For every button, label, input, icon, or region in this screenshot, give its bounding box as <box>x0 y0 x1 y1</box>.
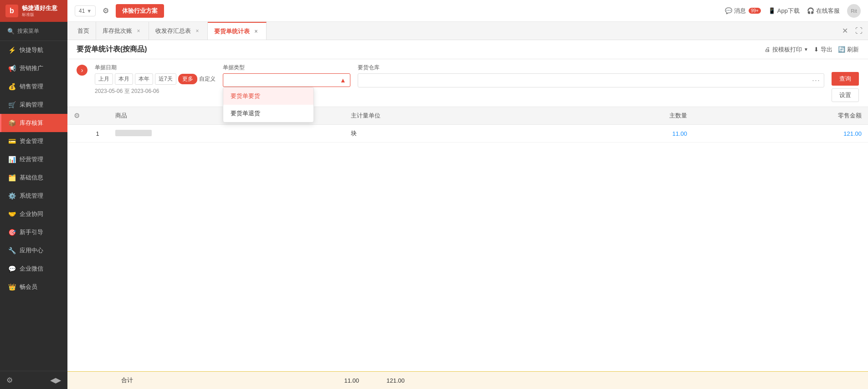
tab-label: 库存批次账 <box>103 27 132 35</box>
online-service-btn[interactable]: 🎧 在线客服 <box>807 7 840 15</box>
filter-toggle-btn[interactable]: › <box>77 65 87 76</box>
wechat-icon: 💬 <box>8 265 16 273</box>
message-btn[interactable]: 💬 消息 99+ <box>725 7 761 15</box>
operation-icon: 📊 <box>8 155 16 164</box>
filter-warehouse-dropdown[interactable]: ··· <box>358 73 824 87</box>
sidebar: b 畅捷通好生意 标准版 🔍 搜索菜单 ⚡ 快捷导航 📢 营销推广 💰 销售管理… <box>0 0 67 389</box>
tab-close-icon[interactable]: × <box>194 27 201 35</box>
query-btn[interactable]: 查询 <box>832 72 859 86</box>
col-unit-header: 主计量单位 <box>344 107 547 125</box>
search-menu-btn[interactable]: 🔍 搜索菜单 <box>5 26 63 37</box>
filter-warehouse-field: 要货仓库 ··· <box>358 64 824 87</box>
tab-close-icon[interactable]: × <box>252 28 260 35</box>
table-footer: 合计 11.00 121.00 <box>67 371 868 389</box>
sidebar-item-label: 经营管理 <box>20 155 43 164</box>
footer-label-cell: 合计 <box>115 376 265 384</box>
print-btn[interactable]: 🖨 按模板打印 ▼ <box>765 46 808 54</box>
date-custom-btn[interactable]: 自定义 <box>199 75 216 83</box>
filter-type-dropdown[interactable]: ▲ <box>223 73 350 87</box>
date-7days-btn[interactable]: 近7天 <box>155 73 176 85</box>
collapse-icon[interactable]: ◀▶ <box>50 376 61 384</box>
sidebar-item-label: 基础信息 <box>20 174 43 182</box>
sidebar-item-label: 资金管理 <box>20 137 43 145</box>
sidebar-item-member[interactable]: 👑 畅会员 <box>0 278 67 296</box>
sales-icon: 💰 <box>8 82 16 91</box>
sidebar-search[interactable]: 🔍 搜索菜单 <box>0 22 67 41</box>
tab-close-icon[interactable]: × <box>135 27 142 35</box>
guide-icon: 🎯 <box>8 228 16 236</box>
row-amount-cell: 121.00 <box>693 125 868 143</box>
tab-maximize-btn[interactable]: ⛶ <box>853 27 864 35</box>
filter-actions: 查询 设置 <box>832 64 859 102</box>
purchase-icon: 🛒 <box>8 101 16 109</box>
search-icon: 🔍 <box>7 28 15 35</box>
search-menu-label: 搜索菜单 <box>17 27 39 35</box>
sidebar-item-marketing[interactable]: 📢 营销推广 <box>0 59 67 77</box>
tab-order-summary[interactable]: 要货单统计表 × <box>208 22 267 40</box>
store-selector[interactable]: 41 ▼ <box>75 5 96 16</box>
sidebar-item-wechat[interactable]: 💬 企业微信 <box>0 260 67 278</box>
service-icon: 🎧 <box>807 7 814 14</box>
message-icon: 💬 <box>725 7 732 14</box>
sidebar-item-appstore[interactable]: 🔧 应用中心 <box>0 241 67 260</box>
store-num: 41 <box>79 8 85 14</box>
sidebar-item-enterprise[interactable]: 🤝 企业协同 <box>0 205 67 223</box>
product-name-placeholder <box>115 130 152 136</box>
settings-btn[interactable]: 设置 <box>832 88 859 102</box>
filter-warehouse-label: 要货仓库 <box>358 64 824 72</box>
app-download-btn[interactable]: 📱 App下载 <box>768 7 800 15</box>
app-download-icon: 📱 <box>768 7 776 14</box>
tab-close-window-btn[interactable]: ✕ <box>840 26 850 35</box>
sidebar-item-label: 新手引导 <box>20 228 43 236</box>
refresh-btn[interactable]: 🔄 刷新 <box>838 46 859 54</box>
user-avatar[interactable]: Rit <box>847 4 861 18</box>
sidebar-item-label: 库存核算 <box>20 119 43 127</box>
row-settings-cell <box>67 125 86 143</box>
tab-bar-actions: ✕ ⛶ <box>840 26 864 35</box>
sidebar-item-label: 快捷导航 <box>20 46 43 54</box>
column-settings-icon[interactable]: ⚙ <box>74 112 80 119</box>
dropdown-item-label: 要货单要货 <box>231 92 260 99</box>
sidebar-logo: b 畅捷通好生意 标准版 <box>0 0 67 22</box>
sidebar-item-finance[interactable]: 💳 资金管理 <box>0 132 67 150</box>
tab-receive-summary[interactable]: 收发存汇总表 × <box>149 22 208 40</box>
brand-title: 畅捷通好生意 <box>22 5 57 12</box>
footer-total-amount: 121.00 <box>386 377 405 384</box>
sidebar-item-operation[interactable]: 📊 经营管理 <box>0 150 67 169</box>
sidebar-item-purchase[interactable]: 🛒 采购管理 <box>0 96 67 114</box>
chevron-up-icon: ▲ <box>340 77 346 84</box>
sidebar-item-sales[interactable]: 💰 销售管理 <box>0 77 67 96</box>
amount-link[interactable]: 121.00 <box>843 130 862 137</box>
quantity-link[interactable]: 11.00 <box>672 130 687 137</box>
tab-inventory-batch[interactable]: 库存批次账 × <box>96 22 149 40</box>
dropdown-item-order[interactable]: 要货单要货 <box>223 87 313 105</box>
sidebar-item-shortcut[interactable]: ⚡ 快捷导航 <box>0 41 67 59</box>
sidebar-item-guide[interactable]: 🎯 新手引导 <box>0 223 67 241</box>
sidebar-item-inventory[interactable]: 📦 库存核算 <box>0 114 67 132</box>
date-this-year-btn[interactable]: 本年 <box>135 73 153 85</box>
marketing-icon: 📢 <box>8 64 16 72</box>
refresh-icon: 🔄 <box>838 46 845 53</box>
table-header: ⚙ 商品 主计量单位 主数量 零售金额 <box>67 107 868 125</box>
sidebar-item-basic[interactable]: 🗂️ 基础信息 <box>0 169 67 187</box>
filter-bar: › 单据日期 上月 本月 本年 近7天 更多 自定义 <box>67 59 868 107</box>
date-more-btn[interactable]: 更多 <box>178 74 197 84</box>
dropdown-item-return[interactable]: 要货单退货 <box>223 105 313 122</box>
member-icon: 👑 <box>8 283 16 291</box>
table-body: 1 块 11.00 121.00 <box>67 125 868 143</box>
tab-home[interactable]: 首页 <box>71 22 96 40</box>
col-index-header <box>86 107 109 125</box>
date-range-display: 2023-05-06 至 2023-06-06 <box>95 87 216 95</box>
tab-label: 首页 <box>77 27 89 35</box>
date-this-month-btn[interactable]: 本月 <box>115 73 133 85</box>
settings-icon[interactable]: ⚙ <box>6 376 13 384</box>
sidebar-item-system[interactable]: ⚙️ 系统管理 <box>0 187 67 205</box>
footer-total-quantity: 11.00 <box>344 377 359 384</box>
date-last-month-btn[interactable]: 上月 <box>95 73 113 85</box>
filter-date-field: 单据日期 上月 本月 本年 近7天 更多 自定义 2023-05-06 至 20… <box>95 64 216 95</box>
header-settings-btn[interactable]: ⚙ <box>99 5 112 17</box>
trial-btn[interactable]: 体验行业方案 <box>116 4 164 18</box>
sidebar-bottom: ⚙ ◀▶ <box>0 371 67 389</box>
export-btn[interactable]: ⬇ 导出 <box>814 46 832 54</box>
filter-type-label: 单据类型 <box>223 64 350 72</box>
